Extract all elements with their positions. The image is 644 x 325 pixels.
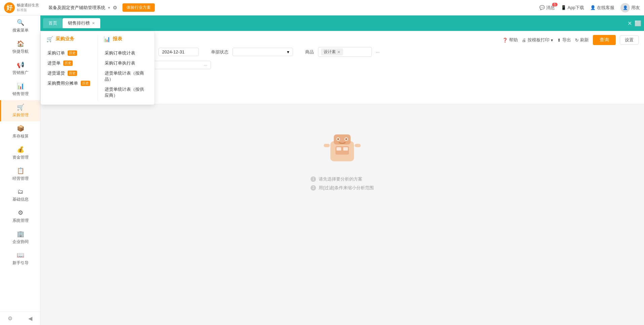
message-btn[interactable]: 💬 消息 5 xyxy=(539,5,555,11)
sidebar-item-label-inventory: 库存核算 xyxy=(12,133,29,139)
menu-item-order-stat[interactable]: 采购订单统计表 xyxy=(103,48,149,58)
sidebar-item-marketing[interactable]: 📢 营销推广 xyxy=(0,58,40,79)
goods-tag: 设计素 ✕ xyxy=(321,48,343,55)
step2-num: 2 xyxy=(311,185,316,191)
sidebar-item-label-basic: 基础信息 xyxy=(12,197,29,202)
goods-more-btn[interactable]: ··· xyxy=(376,49,380,55)
operation-icon: 📋 xyxy=(17,167,24,174)
sidebar-item-nav[interactable]: 🏠 快捷导航 xyxy=(0,37,40,58)
sidebar-item-label-finance: 资金管理 xyxy=(12,155,29,160)
logo-icon: 好 xyxy=(4,2,15,13)
report-col-header: 📊 报表 xyxy=(103,35,149,45)
menu-item-purchase-return[interactable]: 进货退货 历史 xyxy=(46,68,92,78)
app-download-btn[interactable]: 📱 App下载 xyxy=(561,5,584,11)
sidebar-item-label-search: 搜索菜单 xyxy=(12,28,29,33)
goods-filter[interactable]: 设计素 ✕ xyxy=(318,47,372,57)
topbar-right: 💬 消息 5 📱 App下载 👤 在线客服 👤 用友 xyxy=(539,3,640,12)
query-btn[interactable]: 查询 xyxy=(593,35,616,45)
online-service-btn[interactable]: 👤 在线客服 xyxy=(590,5,614,11)
help-btn[interactable]: ❓ 帮助 xyxy=(502,37,518,43)
sidebar-item-purchase[interactable]: 🛒 采购管理 xyxy=(0,100,40,121)
sidebar: 🔍 搜索菜单 🏠 快捷导航 📢 营销推广 📊 销售管理 🛒 采购管理 📦 库存核… xyxy=(0,15,40,325)
sidebar-settings-btn[interactable]: ⚙ xyxy=(8,315,12,322)
svg-point-5 xyxy=(345,138,347,140)
sidebar-item-enterprise[interactable]: 🏢 企业协同 xyxy=(0,227,40,248)
sidebar-item-system[interactable]: ⚙ 系统管理 xyxy=(0,206,40,227)
export-icon: ⬆ xyxy=(557,38,561,43)
empty-illustration xyxy=(320,131,364,168)
refresh-btn[interactable]: ↻ 刷新 xyxy=(575,37,589,43)
goods-tag-close[interactable]: ✕ xyxy=(337,50,341,54)
sidebar-item-search[interactable]: 🔍 搜索菜单 xyxy=(0,15,40,37)
tabbar: 首页 销售排行榜 ✕ ✕ ⬜ xyxy=(40,15,644,31)
user-btn[interactable]: 👤 用友 xyxy=(620,3,640,12)
system-dropdown-arrow[interactable] xyxy=(108,5,110,10)
set-btn[interactable]: 设置 xyxy=(620,35,639,45)
sales-icon: 📊 xyxy=(17,82,24,90)
logo-text: 畅捷通好生意 xyxy=(17,3,39,7)
inventory-icon: 📦 xyxy=(17,125,24,132)
app-label: App下载 xyxy=(568,5,584,11)
sidebar-item-sales[interactable]: 📊 销售管理 xyxy=(0,79,40,100)
sidebar-item-inventory[interactable]: 📦 库存核算 xyxy=(0,121,40,143)
salesperson-more: ··· xyxy=(204,63,207,68)
svg-rect-9 xyxy=(324,144,330,147)
sidebar-collapse-btn[interactable]: ◀ xyxy=(28,315,32,322)
system-name: 装备及固定资产辅助管理系统 xyxy=(48,5,105,11)
purchase-receive-tag: 历史 xyxy=(63,60,73,66)
export-btn[interactable]: ⬆ 导出 xyxy=(557,37,571,43)
basic-icon: 🗂 xyxy=(17,188,24,195)
tab-close-icon[interactable]: ✕ xyxy=(92,21,95,26)
sidebar-item-label-nav: 快捷导航 xyxy=(12,49,29,54)
message-icon: 💬 xyxy=(539,5,545,10)
purchase-receive-label: 进货单 xyxy=(47,60,61,66)
sidebar-item-label-enterprise: 企业协同 xyxy=(12,239,29,245)
sidebar-item-label-guide: 新手引导 xyxy=(12,260,29,266)
window-controls: ✕ ⬜ xyxy=(628,20,641,27)
sidebar-item-finance[interactable]: 💰 资金管理 xyxy=(0,143,40,164)
print-label: 按模板打印 xyxy=(528,37,549,43)
logo: 好 畅捷通好生意 标准版 xyxy=(4,2,44,13)
sidebar-bottom: ⚙ ◀ xyxy=(0,312,40,325)
date-range-input[interactable] xyxy=(158,48,199,56)
menu-item-receive-stat-goods[interactable]: 进货单统计表（按商品） xyxy=(103,68,149,84)
settings-icon[interactable] xyxy=(113,5,117,11)
purchase-col: 🛒 采购业务 采购订单 历史 进货单 历史 进货退货 历史 采购费用分摊单 历史 xyxy=(41,35,98,100)
purchase-return-label: 进货退货 xyxy=(47,70,65,76)
window-maximize-btn[interactable]: ⬜ xyxy=(635,20,641,27)
menu-item-purchase-receive[interactable]: 进货单 历史 xyxy=(46,58,92,68)
purchase-cost-tag: 历史 xyxy=(81,81,90,86)
svg-rect-7 xyxy=(336,147,341,151)
sidebar-item-label-sales: 销售管理 xyxy=(12,91,29,97)
sidebar-item-label-operation: 经营管理 xyxy=(12,176,29,181)
menu-item-order-exec[interactable]: 采购订单执行表 xyxy=(103,58,149,68)
avatar: 👤 xyxy=(620,3,630,12)
service-label: 在线客服 xyxy=(597,5,614,11)
window-close-btn[interactable]: ✕ xyxy=(628,20,632,27)
refresh-label: 刷新 xyxy=(580,37,589,43)
system-name-area: 装备及固定资产辅助管理系统 体验行业方案 xyxy=(48,3,155,12)
goods-label: 商品 xyxy=(305,49,314,55)
sidebar-item-operation[interactable]: 📋 经营管理 xyxy=(0,164,40,185)
tab-sales-rank-label: 销售排行榜 xyxy=(68,20,90,26)
menu-item-purchase-cost[interactable]: 采购费用分摊单 历史 xyxy=(46,78,92,88)
export-label: 导出 xyxy=(562,37,571,43)
sidebar-item-guide[interactable]: 📖 新手引导 xyxy=(0,248,40,269)
receive-stat-goods-label: 进货单统计表（按商品） xyxy=(105,70,148,82)
report-col-icon: 📊 xyxy=(103,35,111,43)
menu-columns: 🛒 采购业务 采购订单 历史 进货单 历史 进货退货 历史 采购费用分摊单 历史 xyxy=(41,35,154,100)
tab-sales-rank[interactable]: 销售排行榜 ✕ xyxy=(63,18,100,28)
sidebar-item-basic[interactable]: 🗂 基础信息 xyxy=(0,185,40,206)
report-col-title: 报表 xyxy=(113,36,122,42)
salesperson-filter[interactable]: ··· xyxy=(150,61,211,69)
print-btn[interactable]: 🖨 按模板打印 ▾ xyxy=(522,37,553,43)
empty-step1: 1 请先选择要分析的方案 xyxy=(311,175,373,184)
purchase-icon: 🛒 xyxy=(17,104,24,111)
menu-item-purchase-order[interactable]: 采购订单 历史 xyxy=(46,48,92,58)
menu-item-receive-stat-supplier[interactable]: 进货单统计表（按供应商） xyxy=(103,84,149,100)
message-badge: 5 xyxy=(552,3,558,6)
industry-btn[interactable]: 体验行业方案 xyxy=(122,3,155,12)
tab-home[interactable]: 首页 xyxy=(43,18,63,28)
status-label: 单据状态 xyxy=(211,49,228,55)
status-select[interactable]: ▾ xyxy=(232,48,293,56)
